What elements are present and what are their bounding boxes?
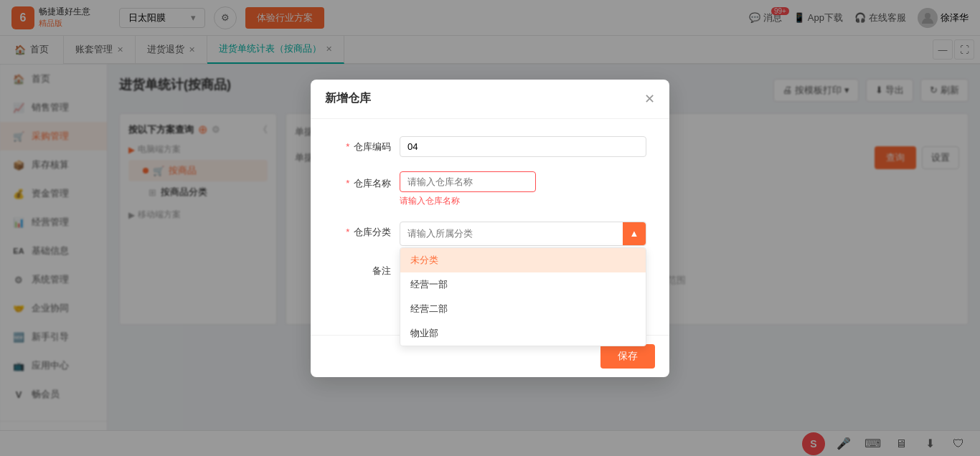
modal-body: * 仓库编码 * 仓库名称 请输入仓库名称 <box>311 119 669 335</box>
dropdown-option-2[interactable]: 经营二部 <box>400 297 646 321</box>
category-label: * 仓库分类 <box>334 222 391 239</box>
required-star-name: * <box>346 178 349 189</box>
modal-title: 新增仓库 <box>325 91 371 106</box>
remark-label: 备注 <box>334 260 391 277</box>
category-dropdown-toggle[interactable]: ▲ <box>623 222 646 245</box>
save-button[interactable]: 保存 <box>600 344 655 369</box>
name-label: * 仓库名称 <box>334 173 391 190</box>
form-row-category: * 仓库分类 ▲ 未分类 经营一部 经营二部 物业部 <box>334 222 646 246</box>
category-dropdown-wrapper: ▲ 未分类 经营一部 经营二部 物业部 <box>400 222 646 246</box>
category-input[interactable] <box>400 224 623 243</box>
modal-overlay: 新增仓库 ✕ * 仓库编码 * 仓库名称 <box>0 0 980 456</box>
new-warehouse-modal: 新增仓库 ✕ * 仓库编码 * 仓库名称 <box>311 80 669 377</box>
dropdown-option-0[interactable]: 未分类 <box>400 248 646 272</box>
dropdown-option-1[interactable]: 经营一部 <box>400 272 646 297</box>
required-star-category: * <box>346 227 349 237</box>
code-label: * 仓库编码 <box>334 136 391 153</box>
required-star-code: * <box>346 141 349 152</box>
modal-close-button[interactable]: ✕ <box>644 91 655 107</box>
category-dropdown-list: 未分类 经营一部 经营二部 物业部 <box>400 247 646 346</box>
modal-header: 新增仓库 ✕ <box>311 80 669 119</box>
category-dropdown-input-row: ▲ <box>400 222 646 246</box>
warehouse-name-error: 请输入仓库名称 <box>400 196 460 206</box>
form-row-name: * 仓库名称 请输入仓库名称 <box>334 171 646 207</box>
warehouse-code-input[interactable] <box>400 136 646 157</box>
form-row-code: * 仓库编码 <box>334 136 646 157</box>
dropdown-option-3[interactable]: 物业部 <box>400 321 646 346</box>
warehouse-name-input[interactable] <box>400 171 536 192</box>
